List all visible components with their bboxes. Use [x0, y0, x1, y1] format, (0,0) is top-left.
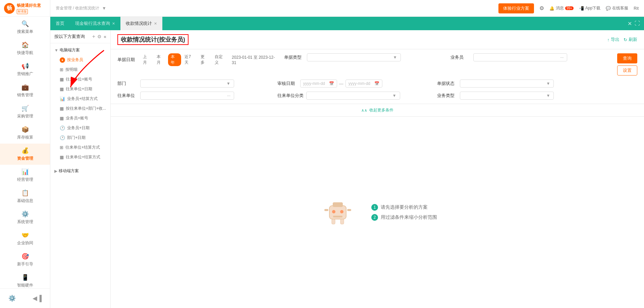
counterpart-select[interactable]: ··· — [140, 92, 234, 100]
scheme-collapse-icon[interactable]: « — [104, 34, 106, 39]
doc-type-select[interactable]: ▼ — [307, 53, 401, 61]
system-icon: ⚙️ — [21, 210, 29, 218]
sidebar-item-warehouse[interactable]: 📦 库存核算 — [0, 122, 50, 144]
notification-btn[interactable]: 🔔 消息 99+ — [549, 5, 574, 11]
refresh-btn[interactable]: ↻ 刷新 — [624, 37, 637, 43]
sidebar-item-basic[interactable]: 📋 基础信息 — [0, 186, 50, 207]
scheme-item-unit-account[interactable]: ▦ 往来单位+账号 — [50, 74, 110, 84]
counterpart-category-dropdown-icon: ▼ — [392, 93, 396, 98]
scheme-item-salesperson-date[interactable]: 🕐 业务员+日期 — [50, 123, 110, 133]
counterpart-category-select[interactable]: ▼ — [306, 92, 400, 100]
sidebar-item-collab[interactable]: 🤝 企业协同 — [0, 228, 50, 249]
search-icon: 🔍 — [21, 20, 29, 28]
date-tab-last7[interactable]: 近7天 — [182, 53, 197, 66]
breadcrumb-dropdown-icon[interactable]: ▼ — [102, 6, 106, 11]
topbar-left: 资金管理 / 收款情况统计 ▼ — [56, 5, 106, 11]
logo-text: 畅捷通好生意 标准版 — [17, 3, 41, 14]
mobile-group-header[interactable]: ▶ 移动端方案 — [50, 166, 110, 176]
date-tab-this-year[interactable]: 本年 — [168, 53, 181, 66]
business-type-dropdown-icon: ▼ — [546, 93, 550, 98]
collapse-sidebar-icon: ◀▐ — [33, 295, 42, 302]
tab-collection-close[interactable]: ✕ — [154, 21, 157, 26]
unit-date-icon: ▦ — [60, 87, 64, 92]
scheme-item-unit-dept-collect[interactable]: ▦ 按往来单位+部门+收... — [50, 104, 110, 113]
tab-bar: 首页 现金银行流水查询 ✕ 收款情况统计 ✕ ✕ ⛶ — [50, 17, 644, 30]
tab-home[interactable]: 首页 — [50, 17, 70, 30]
breadcrumb: 资金管理 / 收款情况统计 — [56, 5, 99, 11]
tab-maximize-btn[interactable]: ⛶ — [635, 20, 640, 27]
sidebar-item-operations[interactable]: 📊 经营管理 — [0, 165, 50, 186]
solution-btn[interactable]: 体验行业方案 — [498, 3, 534, 13]
review-date-to[interactable]: yyyy-mm-dd 📅 — [345, 80, 382, 88]
sidebar-settings-btn[interactable]: ⚙️ — [8, 292, 16, 305]
desktop-group-header[interactable]: ▼ 电脑端方案 — [50, 45, 110, 55]
sidebar-item-hardware[interactable]: 📱 智能硬件 — [0, 270, 50, 288]
date-tabs: 上月 本月 本年 近7天 更多 自定义 — [140, 53, 229, 66]
scheme-item-dept-date[interactable]: 🕐 部门+日期 — [50, 133, 110, 143]
scheme-item-by-salesperson[interactable]: ● 按业务员 — [50, 55, 110, 65]
review-date-from[interactable]: yyyy-mm-dd 📅 — [300, 80, 337, 88]
scheme-item-unit-date[interactable]: ▦ 往来单位+日期 — [50, 84, 110, 94]
dept-select[interactable]: ▼ — [140, 80, 234, 88]
date-tab-last-month[interactable]: 上月 — [140, 53, 153, 66]
sidebar-item-quicknav[interactable]: 🏠 快捷导航 — [0, 38, 50, 59]
operations-icon: 📊 — [21, 168, 29, 175]
page-header: 收款情况统计(按业务员) ↑ 导出 ↻ 刷新 — [111, 30, 644, 49]
guide-icon: 🎯 — [21, 253, 29, 260]
sidebar-item-system[interactable]: ⚙️ 系统管理 — [0, 207, 50, 228]
scheme-item-by-detail[interactable]: ⊞ 按明细 — [50, 65, 110, 74]
dept-date-icon: 🕐 — [60, 135, 65, 140]
scheme-item-salesperson-account[interactable]: ▦ 业务员+账号 — [50, 113, 110, 123]
right-content: 收款情况统计(按业务员) ↑ 导出 ↻ 刷新 — [111, 30, 644, 308]
download-icon: 📲 — [579, 6, 584, 11]
detail-scheme-icon: ⊞ — [60, 67, 63, 72]
filter-area: 单据日期 上月 本月 本年 近7天 更多 自定义 2023-01-01 至 20… — [111, 49, 644, 104]
filter-row3: 往来单位 ··· 往来单位分类 ▼ — [117, 92, 637, 100]
tab-bank-close[interactable]: ✕ — [112, 21, 115, 26]
sidebar-item-guide[interactable]: 🎯 新手引导 — [0, 249, 50, 270]
svg-rect-5 — [333, 216, 342, 217]
doc-status-select[interactable]: ▼ — [460, 80, 554, 88]
salesperson-select[interactable]: ··· — [473, 53, 567, 61]
export-btn[interactable]: ↑ 导出 — [607, 37, 620, 43]
hint-item-2: 2 用过滤条件来缩小分析范围 — [371, 214, 437, 221]
scheme-item-unit-settle2[interactable]: ▦ 往来单位+结算方式 — [50, 152, 110, 162]
query-btn[interactable]: 查询 — [617, 53, 637, 63]
date-tab-custom[interactable]: 自定义 — [212, 53, 229, 66]
tab-right-actions: ✕ ⛶ — [628, 20, 644, 27]
left-panel: 按以下方案查询 + ⚙ « ▼ 电脑端方案 ● 按业务员 — [50, 30, 111, 308]
business-type-select[interactable]: ▼ — [460, 92, 554, 100]
calendar-to-icon: 📅 — [374, 81, 379, 86]
topbar-gear-icon[interactable]: ⚙ — [539, 5, 544, 11]
settings-btn[interactable]: 设置 — [617, 65, 637, 75]
online-service-btn[interactable]: 💬 在线客服 — [606, 5, 628, 11]
sidebar-item-finance[interactable]: 💰 资金管理 — [0, 144, 50, 165]
topbar: 资金管理 / 收款情况统计 ▼ 体验行业方案 ⚙ 🔔 消息 99+ 📲 App下… — [50, 0, 644, 17]
sidebar-item-purchase[interactable]: 🛒 采购管理 — [0, 101, 50, 122]
sidebar-item-sales[interactable]: 💼 销售管理 — [0, 80, 50, 101]
service-icon: 💬 — [606, 6, 611, 11]
unit-dept-collect-icon: ▦ — [60, 106, 64, 111]
logo-icon: 畅 — [4, 3, 15, 14]
date-tab-more[interactable]: 更多 — [198, 53, 211, 66]
sidebar-collapse-btn[interactable]: ◀▐ — [33, 292, 42, 305]
sidebar-item-search[interactable]: 🔍 搜索菜单 — [0, 17, 50, 38]
page-actions: ↑ 导出 ↻ 刷新 — [607, 37, 638, 43]
date-tab-this-month[interactable]: 本月 — [154, 53, 167, 66]
empty-robot-illustration — [318, 192, 358, 233]
tab-close-window-btn[interactable]: ✕ — [628, 20, 632, 27]
svg-rect-6 — [324, 209, 328, 211]
content-body: 1 请先选择要分析的方案 2 用过滤条件来缩小分析范围 — [111, 117, 644, 308]
sidebar-item-marketing[interactable]: 📢 营销推广 — [0, 59, 50, 80]
calendar-from-icon: 📅 — [329, 81, 334, 86]
tab-collection[interactable]: 收款情况统计 ✕ — [120, 17, 162, 30]
add-scheme-btn[interactable]: + — [92, 34, 95, 40]
counterpart-more-icon: ··· — [227, 93, 230, 98]
user-name[interactable]: Rit — [634, 6, 639, 11]
scheme-item-salesperson-settle[interactable]: 📊 业务员+结算方式 — [50, 94, 110, 104]
scheme-item-unit-settle1[interactable]: ⊞ 往来单位+结算方式 — [50, 143, 110, 152]
tab-bank[interactable]: 现金银行流水查询 ✕ — [70, 17, 120, 30]
app-download-btn[interactable]: 📲 App下载 — [579, 5, 600, 11]
collapse-bar[interactable]: ∧∧ 收起更多条件 — [111, 104, 644, 117]
scheme-settings-icon[interactable]: ⚙ — [97, 34, 102, 39]
